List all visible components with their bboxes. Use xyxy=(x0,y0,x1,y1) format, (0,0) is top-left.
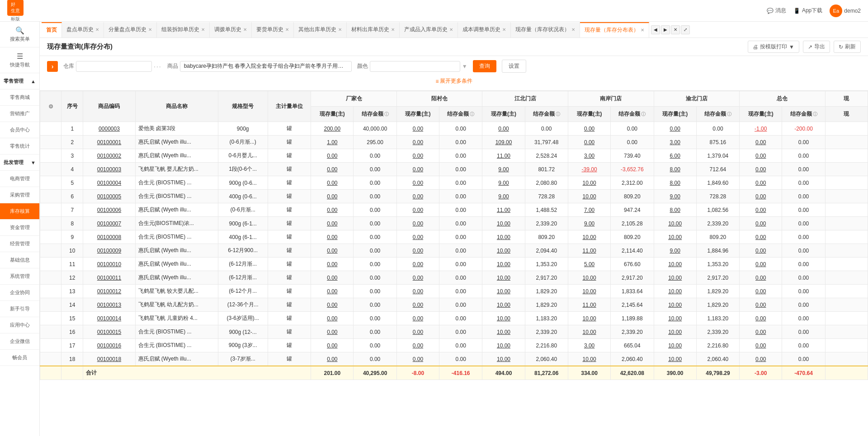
sidebar-item-stock[interactable]: 库存核算 xyxy=(0,203,39,220)
sidebar-item-purchase[interactable]: 采购管理 xyxy=(0,187,39,203)
th-unit: 主计量单位 xyxy=(268,91,311,122)
warehouse-input[interactable] xyxy=(76,61,152,72)
app-download-btn[interactable]: 📱 App下载 xyxy=(793,7,822,14)
refresh-btn[interactable]: ↻ 刷新 xyxy=(834,41,861,53)
sidebar: 🔍 搜索英单 ☰ 快捷导航 零售管理 ▲ 零售商城 营销推广 会员中心 零售统计… xyxy=(0,22,40,436)
tab-productin[interactable]: 产成品入库单历史 ✕ xyxy=(400,22,458,38)
expand-icon: ≡ xyxy=(435,78,439,84)
tab-materialout[interactable]: 材料出库单历史 ✕ xyxy=(347,22,400,38)
tab-assembly[interactable]: 组装拆卸单历史 ✕ xyxy=(157,22,210,38)
query-btn[interactable]: 查询 xyxy=(473,60,496,72)
sidebar-item-guide[interactable]: 新手引导 xyxy=(0,301,39,317)
table-header-group: ⚙ 序号 商品编码 商品名称 规格型号 主计量单位 厂家仓 陌村仓 江北门店 南… xyxy=(40,91,868,107)
print-btn[interactable]: 🖨 按模版打印 ▼ xyxy=(748,41,799,53)
message-btn[interactable]: 💬 消息 xyxy=(767,7,786,14)
tab-close-btn[interactable]: ✕ xyxy=(671,25,680,34)
close-tab-assembly[interactable]: ✕ xyxy=(201,27,205,32)
settings-btn[interactable]: 设置 xyxy=(502,60,526,73)
th-index: 序号 xyxy=(61,91,83,122)
export-btn[interactable]: ↗ 导出 xyxy=(803,41,830,53)
tab-home[interactable]: 首页 xyxy=(42,22,62,38)
th-na-amt: 结存金额ⓘ xyxy=(611,107,654,122)
tab-transfer[interactable]: 调拨单历史 ✕ xyxy=(210,22,252,38)
tab-prev-btn[interactable]: ◀ xyxy=(651,25,660,34)
tab-otherout[interactable]: 其他出库单历史 ✕ xyxy=(294,22,347,38)
warehouse-dots: ··· xyxy=(154,63,162,70)
tab-bar: 首页 盘点单历史 ✕ 分量盘点单历史 ✕ 组装拆卸单历史 ✕ 调拨单历史 ✕ 要… xyxy=(40,22,868,38)
th-group-now: 现 xyxy=(825,91,868,107)
table-row: 1700100016合生元 (BIOSTIME) ...900g (3岁...罐… xyxy=(40,339,868,352)
table-row: 200100001惠氏启赋 (Wyeth illu...(0-6月渐...)罐1… xyxy=(40,136,868,149)
expand-conditions-btn[interactable]: ≡ 展开更多条件 xyxy=(432,75,476,87)
goods-label: 商品 xyxy=(167,62,178,70)
table-row: 700100006惠氏启赋 (Wyeth illu...(0-6月渐...罐0.… xyxy=(40,203,868,217)
sidebar-item-baseinfo[interactable]: 基础信息 xyxy=(0,252,39,268)
sidebar-item-search[interactable]: 🔍 搜索英单 xyxy=(0,22,39,47)
close-tab-stockstatus[interactable]: ✕ xyxy=(571,27,575,32)
sidebar-item-retail-stat[interactable]: 零售统计 xyxy=(0,138,39,155)
sidebar-item-operations[interactable]: 经营管理 xyxy=(0,236,39,252)
tab-costadjust[interactable]: 成本调整单历史 ✕ xyxy=(458,22,511,38)
filter-group-goods: 商品 xyxy=(167,61,352,72)
main-content: 首页 盘点单历史 ✕ 分量盘点单历史 ✕ 组装拆卸单历史 ✕ 调拨单历史 ✕ 要… xyxy=(40,22,868,436)
filter-area: › 仓库 ··· 商品 颜色 ▼ 查询 设置 xyxy=(40,56,868,91)
th-jb-amt: 结存金额ⓘ xyxy=(525,107,568,122)
export-icon: ↗ xyxy=(808,44,812,50)
tab-stockdist[interactable]: 现存量（库存分布表） ✕ xyxy=(580,22,649,38)
col-select-icon[interactable]: ⚙ xyxy=(48,103,53,110)
sidebar-item-marketing[interactable]: 营销推广 xyxy=(0,106,39,122)
page-header: 现存量查询(库存分布) 🖨 按模版打印 ▼ ↗ 导出 ↻ 刷新 xyxy=(40,38,868,56)
tab-pointsingle2[interactable]: 分量盘点单历史 ✕ xyxy=(104,22,157,38)
tab-stockstatus[interactable]: 现存量（库存状况表） ✕ xyxy=(511,22,580,38)
sidebar-item-svip[interactable]: 畅会员 xyxy=(0,350,39,366)
dropdown-icon: ▼ xyxy=(789,44,794,50)
sidebar-item-appstore[interactable]: 应用中心 xyxy=(0,317,39,333)
sidebar-item-system[interactable]: 系统管理 xyxy=(0,268,39,285)
th-zc-qty: 现存量(主) xyxy=(740,107,782,122)
top-bar: 好生意 标版 💬 消息 📱 App下载 Ea demo2 xyxy=(0,0,868,22)
close-tab-transfer[interactable]: ✕ xyxy=(243,27,247,32)
close-tab-pointsingle[interactable]: ✕ xyxy=(95,27,99,32)
logo-area: 好生意 标版 xyxy=(7,0,24,22)
top-bar-left: 好生意 标版 xyxy=(7,0,24,22)
close-tab-requisition[interactable]: ✕ xyxy=(285,27,289,32)
close-tab-productin[interactable]: ✕ xyxy=(449,27,453,32)
tab-expand-btn[interactable]: ⤢ xyxy=(681,25,690,34)
filter-toggle-btn[interactable]: › xyxy=(47,61,58,72)
th-zc-amt: 结存金额ⓘ xyxy=(782,107,825,122)
filter-row: › 仓库 ··· 商品 颜色 ▼ 查询 设置 xyxy=(47,60,861,73)
color-dropdown-icon[interactable]: ▼ xyxy=(462,63,467,70)
tab-pointsingle[interactable]: 盘点单历史 ✕ xyxy=(62,22,104,38)
sidebar-item-wholesale[interactable]: 批发管理 ▼ xyxy=(0,155,39,171)
sidebar-item-collab[interactable]: 企业协同 xyxy=(0,285,39,301)
table-row: 800100007合生元(BIOSTIME)浓...900g (6-1...罐0… xyxy=(40,217,868,230)
close-tab-otherout[interactable]: ✕ xyxy=(338,27,342,32)
sidebar-item-member[interactable]: 会员中心 xyxy=(0,122,39,138)
sidebar-item-wechat[interactable]: 企业微信 xyxy=(0,333,39,350)
tab-next-btn[interactable]: ▶ xyxy=(661,25,670,34)
sidebar-item-retail-shop[interactable]: 零售商城 xyxy=(0,89,39,106)
sidebar-item-ecommerce[interactable]: 电商管理 xyxy=(0,171,39,187)
th-mc-qty: 现存量(主) xyxy=(396,107,439,122)
table-container[interactable]: ⚙ 序号 商品编码 商品名称 规格型号 主计量单位 厂家仓 陌村仓 江北门店 南… xyxy=(40,91,868,436)
goods-input[interactable] xyxy=(180,61,352,72)
close-tab-materialout[interactable]: ✕ xyxy=(391,27,395,32)
th-col-select[interactable]: ⚙ xyxy=(40,91,61,122)
close-tab-stockdist[interactable]: ✕ xyxy=(641,28,644,33)
table-row: 1600100015合生元 (BIOSTIME) ...900g (12-...… xyxy=(40,325,868,339)
sidebar-item-finance[interactable]: 资金管理 xyxy=(0,220,39,236)
th-group-jb: 江北门店 xyxy=(482,91,568,107)
user-profile[interactable]: Ea demo2 xyxy=(830,5,861,17)
th-na-qty: 现存量(主) xyxy=(568,107,611,122)
color-input[interactable] xyxy=(370,61,460,72)
close-tab-costadjust[interactable]: ✕ xyxy=(502,27,506,32)
sidebar-item-retail[interactable]: 零售管理 ▲ xyxy=(0,73,39,89)
filter-group-warehouse: 仓库 ··· xyxy=(63,61,162,72)
sidebar-item-shortcut[interactable]: ☰ 快捷导航 xyxy=(0,47,39,73)
close-tab-pointsingle2[interactable]: ✕ xyxy=(148,27,152,32)
table-row: 10000003爱他美 卤莱3段900g罐200.0040,000.000.00… xyxy=(40,122,868,136)
search-icon: 🔍 xyxy=(2,26,38,35)
tab-requisition[interactable]: 要货单历史 ✕ xyxy=(252,22,294,38)
expand-conditions-row: ≡ 展开更多条件 xyxy=(47,75,861,87)
printer-icon: 🖨 xyxy=(753,44,758,50)
